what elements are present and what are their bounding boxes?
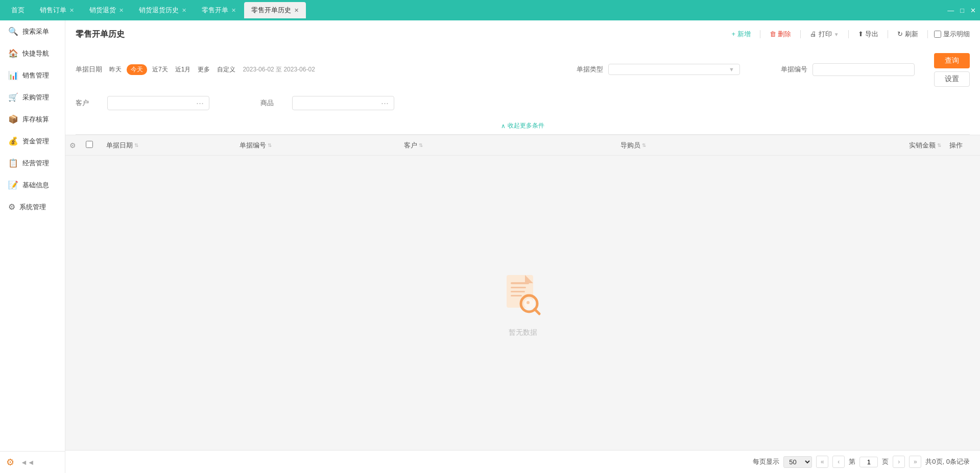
display-detail-checkbox[interactable] bbox=[934, 31, 941, 38]
th-amount-label: 实销金额 bbox=[909, 141, 936, 150]
sidebar-item-purchase-mgmt-label: 采购管理 bbox=[22, 93, 49, 102]
nav-tabs: 首页 销售订单 ✕ 销货退货 ✕ 销货退货历史 ✕ 零售开单 ✕ 零售开单历史 … bbox=[4, 2, 947, 18]
empty-state: 暂无数据 bbox=[65, 156, 980, 450]
sidebar-item-finance[interactable]: 💰 资金管理 bbox=[0, 130, 65, 152]
tab-retail-open[interactable]: 零售开单 ✕ bbox=[195, 2, 243, 18]
tab-sales-order-label: 销售订单 bbox=[40, 6, 66, 15]
print-dropdown-icon[interactable]: ▼ bbox=[834, 32, 839, 37]
inventory-icon: 📦 bbox=[8, 114, 18, 124]
pagination-bar: 每页显示 50 10 20 100 « ‹ 第 页 › » 共0页, 0条记录 bbox=[65, 450, 980, 473]
sidebar: 🔍 搜索采单 🏠 快捷导航 📊 销售管理 🛒 采购管理 📦 库存核算 💰 bbox=[0, 20, 65, 473]
top-nav-bar: 首页 销售订单 ✕ 销货退货 ✕ 销货退货历史 ✕ 零售开单 ✕ 零售开单历史 … bbox=[0, 0, 980, 20]
tab-retail-open-history-close[interactable]: ✕ bbox=[294, 7, 299, 14]
per-page-select[interactable]: 50 10 20 100 bbox=[783, 456, 812, 468]
export-button[interactable]: ⬆ 导出 bbox=[855, 28, 882, 41]
sidebar-item-system-mgmt-label: 系统管理 bbox=[19, 203, 46, 212]
system-mgmt-icon: ⚙ bbox=[8, 202, 15, 212]
th-date[interactable]: 单据日期 ⇅ bbox=[102, 141, 235, 150]
window-minimize[interactable]: — bbox=[947, 7, 954, 14]
collapse-bar[interactable]: ∧ 收起更多条件 bbox=[76, 119, 970, 134]
divider-4 bbox=[888, 30, 888, 38]
settings-button[interactable]: 设置 bbox=[934, 71, 970, 87]
tab-sales-return-history-close[interactable]: ✕ bbox=[182, 7, 186, 14]
window-close[interactable]: ✕ bbox=[970, 7, 976, 14]
th-date-sort-icon: ⇅ bbox=[134, 142, 138, 148]
tab-sales-return-close[interactable]: ✕ bbox=[119, 7, 124, 14]
date-custom[interactable]: 自定义 bbox=[215, 64, 237, 75]
tab-retail-open-label: 零售开单 bbox=[202, 6, 228, 15]
collapse-text: 收起更多条件 bbox=[508, 121, 544, 130]
goods-dots-icon[interactable]: ··· bbox=[381, 98, 389, 108]
tab-sales-return-history[interactable]: 销货退货历史 ✕ bbox=[132, 2, 194, 18]
th-customer[interactable]: 客户 ⇅ bbox=[400, 141, 616, 150]
display-detail-toggle[interactable]: 显示明细 bbox=[934, 30, 970, 39]
sidebar-item-inventory[interactable]: 📦 库存核算 bbox=[0, 108, 65, 130]
sidebar-gear-icon[interactable]: ⚙ bbox=[6, 457, 14, 468]
sidebar-item-ops-mgmt[interactable]: 📋 经营管理 bbox=[0, 152, 65, 174]
date-1month[interactable]: 近1月 bbox=[173, 64, 193, 75]
print-button[interactable]: 🖨 打印 ▼ bbox=[807, 28, 842, 41]
th-amount[interactable]: 实销金额 ⇅ bbox=[833, 141, 945, 150]
tab-sales-return[interactable]: 销货退货 ✕ bbox=[82, 2, 131, 18]
page-next-btn[interactable]: › bbox=[893, 456, 905, 468]
empty-text: 暂无数据 bbox=[509, 328, 537, 337]
window-maximize[interactable]: □ bbox=[960, 7, 964, 14]
sidebar-top: 🔍 搜索采单 🏠 快捷导航 📊 销售管理 🛒 采购管理 📦 库存核算 💰 bbox=[0, 20, 65, 451]
sidebar-item-search-purchase[interactable]: 🔍 搜索采单 bbox=[0, 20, 65, 42]
th-guide[interactable]: 导购员 ⇅ bbox=[616, 141, 729, 150]
tab-retail-open-history[interactable]: 零售开单历史 ✕ bbox=[244, 2, 306, 18]
table-wrapper: ⚙ 单据日期 ⇅ 单据编号 ⇅ 客户 ⇅ 导购员 ⇅ bbox=[65, 135, 980, 450]
page-prev-btn[interactable]: ‹ bbox=[832, 456, 845, 468]
refresh-button[interactable]: ↻ 刷新 bbox=[894, 28, 921, 41]
date-more[interactable]: 更多 bbox=[196, 64, 212, 75]
page-last-btn[interactable]: » bbox=[909, 456, 921, 468]
doc-no-input[interactable] bbox=[812, 63, 915, 76]
delete-button[interactable]: 🗑 删除 bbox=[767, 28, 795, 41]
page-first-btn[interactable]: « bbox=[816, 456, 828, 468]
th-guide-label: 导购员 bbox=[620, 141, 640, 150]
add-button[interactable]: + 新增 bbox=[728, 28, 753, 41]
date-range-display: 2023-06-02 至 2023-06-02 bbox=[243, 65, 315, 74]
finance-icon: 💰 bbox=[8, 136, 18, 146]
date-shortcuts: 昨天 今天 近7天 近1月 更多 自定义 2023-06-02 至 2023-0… bbox=[107, 64, 315, 75]
date-today[interactable]: 今天 bbox=[127, 64, 147, 75]
doc-type-select[interactable]: ▼ bbox=[608, 64, 740, 75]
sidebar-item-purchase-mgmt[interactable]: 🛒 采购管理 bbox=[0, 86, 65, 108]
sidebar-item-inventory-label: 库存核算 bbox=[22, 115, 49, 124]
th-customer-label: 客户 bbox=[404, 141, 417, 150]
customer-dots-icon[interactable]: ··· bbox=[196, 98, 204, 108]
sidebar-item-sales-mgmt-label: 销售管理 bbox=[22, 71, 49, 80]
date-7days[interactable]: 近7天 bbox=[150, 64, 170, 75]
page-input[interactable] bbox=[859, 457, 878, 467]
sidebar-item-basic-info[interactable]: 📝 基础信息 bbox=[0, 174, 65, 196]
th-no[interactable]: 单据编号 ⇅ bbox=[235, 141, 400, 150]
select-all-checkbox[interactable] bbox=[86, 141, 93, 148]
tab-sales-return-label: 销货退货 bbox=[89, 6, 116, 15]
customer-filter-group: 客户 ··· bbox=[76, 96, 209, 110]
sidebar-item-quick-nav[interactable]: 🏠 快捷导航 bbox=[0, 42, 65, 64]
sidebar-item-search-purchase-label: 搜索采单 bbox=[22, 27, 49, 36]
tab-sales-order[interactable]: 销售订单 ✕ bbox=[33, 2, 81, 18]
th-gear-icon[interactable]: ⚙ bbox=[69, 141, 86, 150]
content-area: 零售开单历史 + 新增 🗑 删除 🖨 打印 ▼ bbox=[65, 20, 980, 473]
th-checkbox[interactable] bbox=[86, 141, 102, 150]
th-no-label: 单据编号 bbox=[240, 141, 266, 150]
query-button[interactable]: 查询 bbox=[934, 53, 970, 68]
per-page-label: 每页显示 bbox=[753, 457, 779, 466]
goods-input[interactable]: ··· bbox=[292, 96, 394, 110]
sidebar-collapse-icon[interactable]: ◄◄ bbox=[20, 458, 35, 466]
sidebar-item-finance-label: 资金管理 bbox=[22, 137, 49, 146]
sidebar-item-sales-mgmt[interactable]: 📊 销售管理 bbox=[0, 64, 65, 86]
tab-sales-order-close[interactable]: ✕ bbox=[69, 7, 74, 14]
tab-home-label: 首页 bbox=[11, 6, 25, 15]
divider-1 bbox=[760, 30, 760, 38]
tab-retail-open-close[interactable]: ✕ bbox=[231, 7, 236, 14]
tab-home[interactable]: 首页 bbox=[4, 2, 32, 18]
date-yesterday[interactable]: 昨天 bbox=[107, 64, 124, 75]
customer-input[interactable]: ··· bbox=[107, 96, 209, 110]
tab-retail-open-history-label: 零售开单历史 bbox=[251, 6, 291, 15]
sidebar-item-basic-info-label: 基础信息 bbox=[22, 181, 49, 190]
page-label: 第 bbox=[849, 457, 855, 466]
th-date-label: 单据日期 bbox=[106, 141, 133, 150]
sidebar-item-system-mgmt[interactable]: ⚙ 系统管理 bbox=[0, 196, 65, 218]
